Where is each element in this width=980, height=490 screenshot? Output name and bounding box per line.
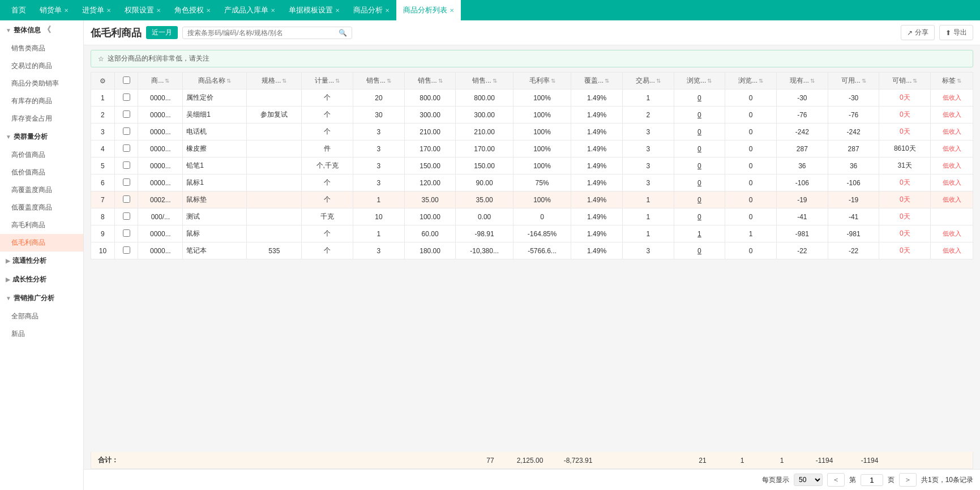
- close-icon[interactable]: ✕: [271, 7, 275, 14]
- row-checkbox[interactable]: [123, 110, 130, 118]
- export-button[interactable]: ⬆ 导出: [939, 25, 973, 40]
- row-checkbox[interactable]: [123, 93, 130, 101]
- nav-goods-analysis[interactable]: 商品分析✕: [346, 0, 396, 20]
- row-code: 000/...: [138, 208, 183, 225]
- th-sales1[interactable]: 销售...⇅: [353, 73, 405, 90]
- row-check[interactable]: [114, 225, 138, 242]
- share-button[interactable]: ↗ 分享: [901, 25, 935, 40]
- row-checkbox[interactable]: [123, 195, 130, 203]
- th-trade[interactable]: 交易...⇅: [622, 73, 674, 90]
- th-sales3[interactable]: 销售...⇅: [456, 73, 513, 90]
- search-icon[interactable]: 🔍: [339, 29, 347, 37]
- row-v2: 300.00: [404, 106, 456, 123]
- nav-home[interactable]: 首页: [5, 0, 33, 20]
- row-check[interactable]: [114, 242, 138, 259]
- th-tag[interactable]: 标签⇅: [931, 73, 973, 90]
- page-prefix: 第: [849, 475, 856, 485]
- row-browse1[interactable]: 0: [674, 242, 725, 259]
- row-check[interactable]: [114, 174, 138, 191]
- close-icon[interactable]: ✕: [450, 7, 454, 14]
- th-saleable[interactable]: 可销...⇅: [879, 73, 931, 90]
- row-v2: 100.00: [404, 208, 456, 225]
- th-code[interactable]: 商...⇅: [138, 73, 183, 90]
- row-check[interactable]: [114, 191, 138, 208]
- row-browse1[interactable]: 0: [674, 140, 725, 157]
- row-browse1[interactable]: 0: [674, 106, 725, 123]
- sidebar-item-low-value[interactable]: 低价值商品: [0, 164, 83, 181]
- prev-page-btn[interactable]: ＜: [827, 473, 845, 487]
- row-check[interactable]: [114, 208, 138, 225]
- sidebar-item-all-goods[interactable]: 全部商品: [0, 308, 83, 325]
- th-current[interactable]: 现有...⇅: [777, 73, 828, 90]
- sidebar-item-new-goods[interactable]: 新品: [0, 325, 83, 343]
- row-saleable: 0天: [879, 191, 931, 208]
- row-avail: -41: [828, 208, 879, 225]
- close-icon[interactable]: ✕: [206, 7, 211, 14]
- sidebar-item-low-margin[interactable]: 低毛利商品: [0, 234, 83, 252]
- th-browse1[interactable]: 浏览...⇅: [674, 73, 725, 90]
- row-browse1[interactable]: 1: [674, 225, 725, 242]
- row-checkbox[interactable]: [123, 246, 130, 254]
- close-icon[interactable]: ✕: [64, 7, 69, 14]
- th-settings[interactable]: ⚙: [91, 73, 115, 90]
- nav-template[interactable]: 单据模板设置✕: [282, 0, 346, 20]
- per-page-select[interactable]: 50 100 200: [794, 474, 823, 486]
- nav-role[interactable]: 角色授权✕: [168, 0, 217, 20]
- sidebar-group-cluster[interactable]: ▼类群量分析: [0, 127, 83, 146]
- collapse-icon[interactable]: 《: [43, 25, 51, 35]
- th-browse2[interactable]: 浏览...⇅: [725, 73, 777, 90]
- sidebar-group-overall[interactable]: ▼整体信息 《: [0, 20, 83, 40]
- row-check[interactable]: [114, 140, 138, 157]
- th-avail[interactable]: 可用...⇅: [828, 73, 879, 90]
- nav-sales[interactable]: 销货单✕: [33, 0, 75, 20]
- row-browse1[interactable]: 0: [674, 191, 725, 208]
- sidebar-item-in-stock[interactable]: 有库存的商品: [0, 92, 83, 110]
- th-spec[interactable]: 规格...⇅: [247, 73, 302, 90]
- row-check[interactable]: [114, 123, 138, 140]
- row-checkbox[interactable]: [123, 161, 130, 169]
- th-coverage[interactable]: 覆盖...⇅: [571, 73, 623, 90]
- th-checkbox[interactable]: [114, 73, 138, 90]
- row-checkbox[interactable]: [123, 144, 130, 152]
- close-icon[interactable]: ✕: [385, 7, 390, 14]
- row-check[interactable]: [114, 90, 138, 106]
- next-page-btn[interactable]: ＞: [899, 473, 917, 487]
- th-sales2[interactable]: 销售...⇅: [404, 73, 456, 90]
- sidebar-item-stock-capital[interactable]: 库存资金占用: [0, 110, 83, 127]
- row-checkbox[interactable]: [123, 178, 130, 186]
- row-checkbox[interactable]: [123, 229, 130, 237]
- sidebar-group-growth[interactable]: ▶成长性分析: [0, 270, 83, 289]
- th-unit[interactable]: 计量...⇅: [302, 73, 353, 90]
- th-gross[interactable]: 毛利率⇅: [513, 73, 571, 90]
- page-input[interactable]: [861, 474, 883, 486]
- row-checkbox[interactable]: [123, 127, 130, 135]
- select-all-checkbox[interactable]: [123, 76, 130, 84]
- nav-purchase[interactable]: 进货单✕: [75, 0, 118, 20]
- row-browse1[interactable]: 0: [674, 123, 725, 140]
- nav-product-entry[interactable]: 产成品入库单✕: [217, 0, 282, 20]
- close-icon[interactable]: ✕: [156, 7, 161, 14]
- nav-permission[interactable]: 权限设置✕: [118, 0, 168, 20]
- sidebar-group-flow[interactable]: ▶流通性分析: [0, 252, 83, 270]
- row-browse1[interactable]: 0: [674, 157, 725, 174]
- sidebar-group-marketing[interactable]: ▼营销推广分析: [0, 289, 83, 308]
- sidebar-item-high-value[interactable]: 高价值商品: [0, 146, 83, 164]
- period-button[interactable]: 近一月: [146, 26, 178, 39]
- sidebar-item-sales-goods[interactable]: 销售类商品: [0, 40, 83, 57]
- sidebar-item-high-coverage[interactable]: 高覆盖度商品: [0, 181, 83, 199]
- row-browse1[interactable]: 0: [674, 90, 725, 106]
- th-name[interactable]: 商品名称⇅: [183, 73, 247, 90]
- sidebar-item-category-rate[interactable]: 商品分类助销率: [0, 75, 83, 92]
- row-checkbox[interactable]: [123, 212, 130, 220]
- close-icon[interactable]: ✕: [335, 7, 340, 14]
- sidebar-item-high-margin[interactable]: 高毛利商品: [0, 216, 83, 234]
- sidebar-item-low-coverage[interactable]: 低覆盖度商品: [0, 199, 83, 216]
- nav-goods-analysis-list[interactable]: 商品分析列表✕: [396, 0, 461, 20]
- search-input[interactable]: [187, 29, 336, 37]
- row-browse1[interactable]: 0: [674, 174, 725, 191]
- close-icon[interactable]: ✕: [106, 7, 111, 14]
- row-check[interactable]: [114, 157, 138, 174]
- row-check[interactable]: [114, 106, 138, 123]
- row-browse1[interactable]: 0: [674, 208, 725, 225]
- sidebar-item-traded-goods[interactable]: 交易过的商品: [0, 57, 83, 75]
